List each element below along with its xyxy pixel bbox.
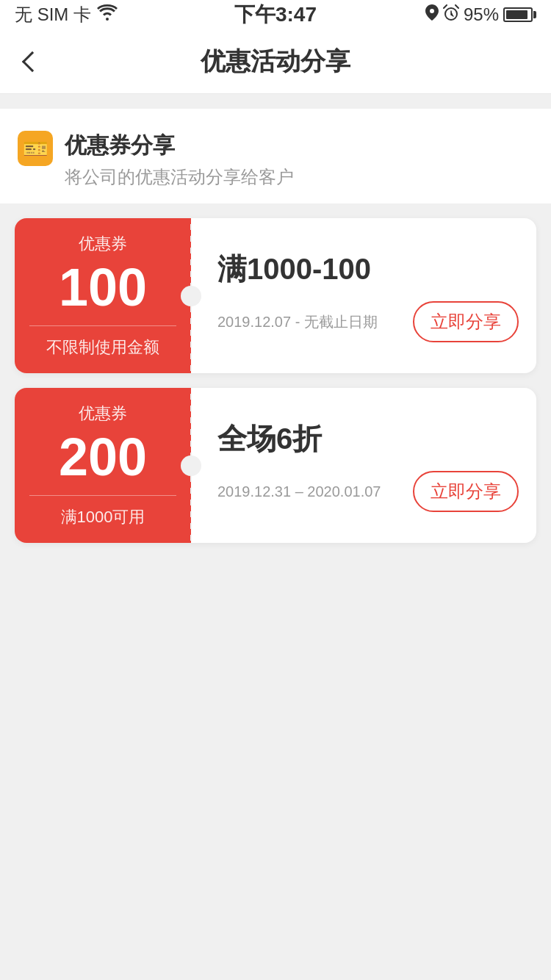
section-subtitle: 将公司的优惠活动分享给客户	[65, 165, 294, 189]
coupon-card: 优惠券 200 满1000可用 全场6折 2019.12.31 – 2020.0…	[15, 388, 536, 543]
share-button-1[interactable]: 立即分享	[413, 471, 519, 512]
battery-percent: 95%	[464, 4, 499, 25]
coupon-condition-1: 满1000可用	[61, 506, 145, 528]
coupon-name-0: 满1000-100	[217, 249, 519, 289]
nav-bar: 优惠活动分享	[0, 29, 551, 94]
coupon-divider-0	[29, 325, 176, 326]
back-button[interactable]	[18, 47, 47, 76]
coupon-meta-0: 2019.12.07 - 无截止日期 立即分享	[217, 301, 519, 342]
status-bar: 无 SIM 卡 下午3:47 95%	[0, 0, 551, 29]
coupon-name-1: 全场6折	[217, 419, 519, 459]
coupon-label-1: 优惠券	[79, 403, 127, 425]
coupon-list: 优惠券 100 不限制使用金额 满1000-100 2019.12.07 - 无…	[0, 218, 551, 543]
coupon-meta-1: 2019.12.31 – 2020.01.07 立即分享	[217, 471, 519, 512]
bottom-space	[0, 543, 551, 980]
coupon-card: 优惠券 100 不限制使用金额 满1000-100 2019.12.07 - 无…	[15, 218, 536, 373]
coupon-divider-1	[29, 495, 176, 496]
section-icon: 🎫	[18, 131, 53, 166]
coupon-label-0: 优惠券	[79, 233, 127, 255]
coupon-condition-0: 不限制使用金额	[46, 336, 159, 359]
section-text-block: 优惠券分享 将公司的优惠活动分享给客户	[65, 131, 294, 189]
status-time: 下午3:47	[234, 1, 317, 29]
alarm-icon	[443, 4, 459, 25]
battery-icon	[503, 7, 536, 22]
back-arrow-icon	[22, 51, 43, 71]
share-button-0[interactable]: 立即分享	[413, 301, 519, 342]
section-title: 优惠券分享	[65, 131, 294, 161]
status-right: 95%	[425, 4, 536, 25]
coupon-date-1: 2019.12.31 – 2020.01.07	[217, 483, 404, 500]
location-icon	[425, 4, 439, 25]
status-left: 无 SIM 卡	[15, 3, 118, 26]
carrier-text: 无 SIM 卡	[15, 3, 91, 26]
coupon-right-0: 满1000-100 2019.12.07 - 无截止日期 立即分享	[191, 218, 536, 373]
page-title: 优惠活动分享	[201, 45, 350, 79]
coupon-left-1: 优惠券 200 满1000可用	[15, 388, 191, 543]
coupon-emoji-icon: 🎫	[23, 137, 48, 161]
wifi-icon	[97, 4, 118, 25]
coupon-date-0: 2019.12.07 - 无截止日期	[217, 312, 404, 332]
section-header: 🎫 优惠券分享 将公司的优惠活动分享给客户	[0, 109, 551, 203]
coupon-amount-1: 200	[59, 430, 147, 483]
coupon-left-0: 优惠券 100 不限制使用金额	[15, 218, 191, 373]
coupon-amount-0: 100	[59, 261, 147, 314]
coupon-right-1: 全场6折 2019.12.31 – 2020.01.07 立即分享	[191, 388, 536, 543]
